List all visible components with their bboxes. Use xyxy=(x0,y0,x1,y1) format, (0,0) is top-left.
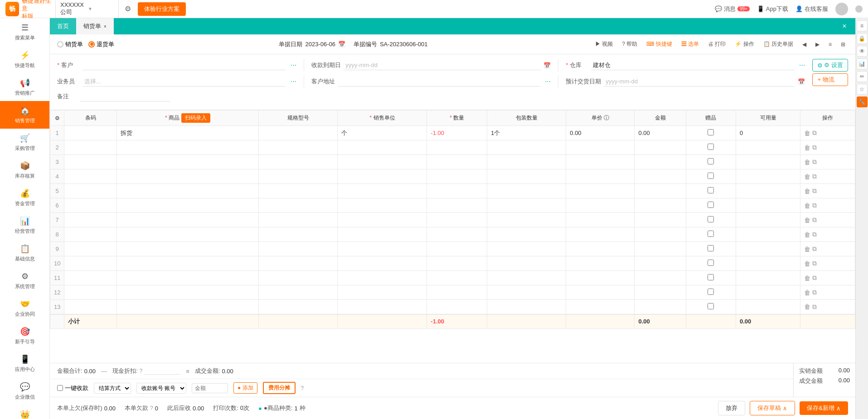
save-draft-button[interactable]: 保存草稿 ∧ xyxy=(750,401,795,415)
radio-return-order[interactable]: 退货单 xyxy=(88,40,114,48)
gift-checkbox-13[interactable] xyxy=(708,303,714,309)
delete-icon-5[interactable]: 🗑 xyxy=(804,188,810,195)
tab-sales-order[interactable]: 销货单 × xyxy=(76,18,114,34)
payment-due-input[interactable] xyxy=(344,60,541,70)
gift-checkbox-4[interactable] xyxy=(708,173,714,179)
sidebar-item-apps[interactable]: 📱 应用中心 xyxy=(0,350,49,377)
gift-checkbox-2[interactable] xyxy=(708,144,714,150)
sidebar-item-guide[interactable]: 🎯 新手引导 xyxy=(0,322,49,350)
delivery-date-input[interactable] xyxy=(604,77,795,87)
history-btn[interactable]: 📋 历史单据 xyxy=(761,39,796,49)
remark-input[interactable] xyxy=(80,92,170,101)
copy-icon-7[interactable]: ⧉ xyxy=(812,216,817,224)
sidebar-item-inventory[interactable]: 📦 库存核算 xyxy=(0,156,49,184)
delete-icon-11[interactable]: 🗑 xyxy=(804,275,810,282)
delete-icon-13[interactable]: 🗑 xyxy=(804,303,810,310)
sidebar-item-finance[interactable]: 💰 资金管理 xyxy=(0,184,49,212)
gift-checkbox-8[interactable] xyxy=(708,231,714,237)
gift-checkbox-12[interactable] xyxy=(708,289,714,295)
delete-icon-1[interactable]: 🗑 xyxy=(804,130,810,137)
help-btn[interactable]: ? 帮助 xyxy=(619,39,640,49)
delete-icon-10[interactable]: 🗑 xyxy=(804,260,810,267)
copy-icon-4[interactable]: ⧉ xyxy=(812,173,817,180)
delete-icon-8[interactable]: 🗑 xyxy=(804,231,810,238)
sidebar-item-marketing[interactable]: 📢 营销推广 xyxy=(0,73,49,101)
print-btn[interactable]: 🖨 打印 xyxy=(705,39,728,49)
gift-checkbox-11[interactable] xyxy=(708,274,714,280)
expense-help-icon[interactable]: ? xyxy=(301,385,304,391)
delivery-date-icon[interactable]: 📅 xyxy=(798,78,805,85)
payment-method-select[interactable]: 结算方式 xyxy=(94,383,131,394)
delete-icon-9[interactable]: 🗑 xyxy=(804,246,810,253)
operate-btn[interactable]: ⚡ 操作 xyxy=(732,39,756,49)
sidebar-item-search[interactable]: ☰ 搜索菜单 xyxy=(0,18,49,46)
sidebar-item-shortcut[interactable]: ⚡ 快捷导航 xyxy=(0,46,49,73)
select-order-btn[interactable]: ☰ 选单 xyxy=(679,39,702,49)
warehouse-more-icon[interactable]: ··· xyxy=(799,61,805,69)
settings-button[interactable]: ⚙ xyxy=(121,3,134,15)
online-service-button[interactable]: 👤 在线客服 xyxy=(795,5,828,13)
video-btn[interactable]: ▶ 视频 xyxy=(592,39,616,49)
copy-icon-12[interactable]: ⧉ xyxy=(812,289,817,296)
copy-icon-6[interactable]: ⧉ xyxy=(812,202,817,209)
expense-split-button[interactable]: 费用分摊 xyxy=(263,382,296,394)
payment-date-icon[interactable]: 📅 xyxy=(543,62,551,69)
delete-icon-7[interactable]: 🗑 xyxy=(804,217,810,224)
one-click-checkbox[interactable] xyxy=(57,385,63,391)
salesperson-more-icon[interactable]: ··· xyxy=(291,77,296,86)
gift-checkbox-5[interactable] xyxy=(708,187,714,193)
account-select[interactable]: 收款账号 账号 xyxy=(136,383,186,394)
list-view-btn[interactable]: ≡ xyxy=(826,40,834,49)
avatar[interactable] xyxy=(835,3,848,15)
sidebar-item-purchase[interactable]: 🛒 采购管理 xyxy=(0,129,49,156)
scan-button[interactable]: 扫码录入 xyxy=(181,113,210,123)
widget-star-icon[interactable]: ☆ xyxy=(857,84,868,95)
delete-icon-12[interactable]: 🗑 xyxy=(804,289,810,296)
gift-checkbox-6[interactable] xyxy=(708,202,714,208)
tab-close-all-button[interactable]: × xyxy=(838,20,851,33)
debit-help-icon[interactable]: ? xyxy=(150,405,153,411)
copy-icon-13[interactable]: ⧉ xyxy=(812,303,817,311)
discount-input[interactable] xyxy=(144,367,180,375)
widget-list-icon[interactable]: ≡ xyxy=(857,20,868,31)
payment-amount-input[interactable] xyxy=(192,383,228,393)
sidebar-item-sales[interactable]: 🏠 销售管理 xyxy=(0,101,49,129)
copy-icon-3[interactable]: ⧉ xyxy=(812,158,817,166)
gift-checkbox-7[interactable] xyxy=(708,216,714,222)
gift-checkbox-9[interactable] xyxy=(708,245,714,251)
widget-eye-icon[interactable]: 👁 xyxy=(857,46,868,57)
app-download-button[interactable]: 📱 App下载 xyxy=(757,5,788,13)
gift-checkbox-1[interactable] xyxy=(708,129,714,135)
copy-icon-1[interactable]: ⧉ xyxy=(812,129,817,137)
company-selector[interactable]: XXXXXX公司 ▼ xyxy=(55,0,119,19)
shortcut-keys-btn[interactable]: ⌨ 快捷键 xyxy=(644,39,674,49)
date-picker-icon[interactable]: 📅 xyxy=(338,41,345,48)
save-new-button[interactable]: 保存&新增 ∧ xyxy=(800,401,848,415)
sidebar-item-operations[interactable]: 📊 经营管理 xyxy=(0,212,49,239)
customer-addr-input[interactable] xyxy=(338,77,540,87)
gift-checkbox-3[interactable] xyxy=(708,158,714,164)
delete-icon-4[interactable]: 🗑 xyxy=(804,173,810,180)
copy-icon-10[interactable]: ⧉ xyxy=(812,260,817,267)
customer-more-icon[interactable]: ··· xyxy=(291,61,296,69)
delete-icon-6[interactable]: 🗑 xyxy=(804,202,810,209)
tab-home[interactable]: 首页 xyxy=(50,18,76,34)
addr-more-icon[interactable]: ··· xyxy=(545,77,551,86)
discount-help-icon[interactable]: ? xyxy=(140,368,143,374)
prev-btn[interactable]: ◀ xyxy=(800,40,809,49)
copy-icon-5[interactable]: ⧉ xyxy=(812,187,817,195)
grid-view-btn[interactable]: ⊞ xyxy=(838,40,848,49)
col-settings[interactable]: ⚙ xyxy=(50,111,64,126)
logistics-button[interactable]: + 物流 xyxy=(812,73,848,86)
delete-icon-3[interactable]: 🗑 xyxy=(804,159,810,166)
customer-input[interactable] xyxy=(82,60,286,70)
sidebar-item-member[interactable]: 👑 畅会员 xyxy=(0,405,49,419)
widget-edit-icon[interactable]: ✏ xyxy=(857,71,868,82)
widget-lock-icon[interactable]: 🔒 xyxy=(857,33,868,44)
tab-close-icon[interactable]: × xyxy=(104,24,107,29)
sidebar-item-wechat[interactable]: 💬 企业微信 xyxy=(0,377,49,405)
delete-icon-2[interactable]: 🗑 xyxy=(804,144,810,151)
add-payment-button[interactable]: ● 添加 xyxy=(233,382,257,394)
copy-icon-11[interactable]: ⧉ xyxy=(812,274,817,282)
sidebar-item-system[interactable]: ⚙ 系统管理 xyxy=(0,267,49,294)
